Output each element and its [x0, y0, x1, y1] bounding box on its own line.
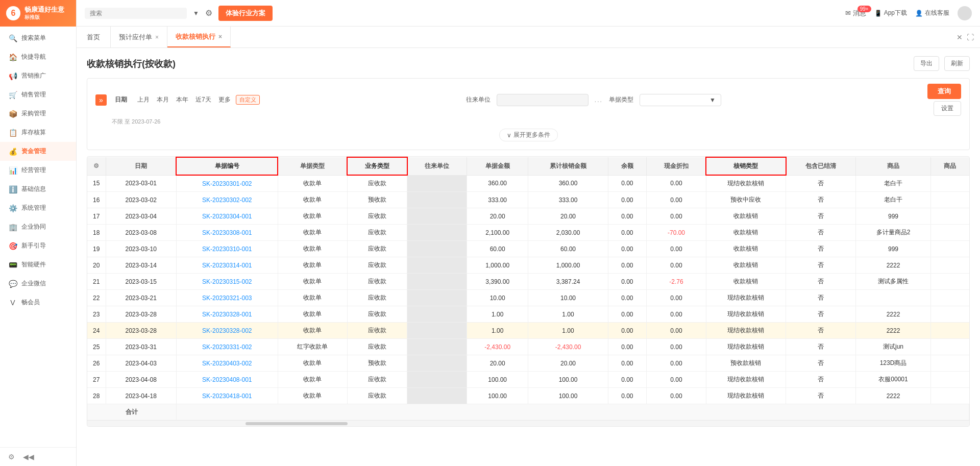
sidebar-item-label: 资金管理 — [21, 147, 46, 156]
gear-icon[interactable]: ⚙ — [93, 162, 99, 169]
cell-bill-no[interactable]: SK-20230308-001 — [176, 225, 278, 241]
cell-bill-no[interactable]: SK-20230315-002 — [176, 274, 278, 290]
this-month-btn[interactable]: 本月 — [155, 94, 171, 105]
bill-no-link[interactable]: SK-20230403-002 — [202, 360, 252, 367]
cell-no: 16 — [87, 192, 106, 208]
tab-close-prepay[interactable]: × — [155, 34, 159, 41]
sidebar-item-inventory[interactable]: 📋 库存核算 — [0, 123, 76, 142]
bill-no-link[interactable]: SK-20230418-001 — [202, 393, 252, 400]
sidebar-item-basic[interactable]: ℹ️ 基础信息 — [0, 180, 76, 199]
export-button[interactable]: 导出 — [914, 56, 939, 71]
sidebar-item-sales[interactable]: 🛒 销售管理 — [0, 85, 76, 104]
app-download-link[interactable]: 📱 App下载 — [874, 9, 907, 17]
user-avatar[interactable] — [958, 6, 972, 20]
cell-bill-no[interactable]: SK-20230310-001 — [176, 241, 278, 257]
settings-button[interactable]: 设置 — [934, 101, 961, 116]
sidebar-item-funds[interactable]: 💰 资金管理 — [0, 142, 76, 161]
industry-solution-button[interactable]: 体验行业方案 — [218, 6, 273, 21]
cell-bill-no[interactable]: SK-20230418-001 — [176, 388, 278, 404]
page-title: 收款核销执行(按收款) — [87, 58, 176, 70]
cell-verify-type: 预收款核销 — [706, 355, 786, 372]
footer-label: 合计 — [87, 404, 176, 421]
header-search-input[interactable] — [85, 8, 187, 19]
cell-date: 2023-04-08 — [106, 372, 176, 388]
last-month-btn[interactable]: 上月 — [135, 94, 152, 105]
this-year-btn[interactable]: 本年 — [174, 94, 190, 105]
sidebar-item-wechat[interactable]: 💬 企业微信 — [0, 274, 76, 293]
cell-bill-no[interactable]: SK-20230403-002 — [176, 355, 278, 372]
cell-biz-type: 预收款 — [347, 355, 407, 372]
cell-amount: 360.00 — [467, 175, 528, 192]
sidebar-bottom: ⚙ ◀◀ — [0, 447, 76, 466]
last-7days-btn[interactable]: 近7天 — [193, 94, 213, 105]
bill-no-link[interactable]: SK-20230310-001 — [202, 246, 252, 253]
tab-close-collection[interactable]: × — [218, 33, 222, 40]
expand-more-button[interactable]: ∨ 展开更多条件 — [499, 129, 558, 141]
voucher-type-select[interactable]: ▼ — [640, 94, 721, 106]
sidebar-item-corp[interactable]: 🏢 企业协同 — [0, 217, 76, 236]
cell-goods1: 2222 — [855, 388, 930, 404]
bill-no-link[interactable]: SK-20230301-002 — [202, 180, 252, 187]
query-button[interactable]: 查询 — [927, 84, 961, 99]
bill-no-link[interactable]: SK-20230315-002 — [202, 278, 252, 285]
custom-date-btn[interactable]: 自定义 — [236, 95, 260, 105]
bill-no-link[interactable]: SK-20230408-001 — [202, 376, 252, 383]
dropdown-icon[interactable]: ▼ — [193, 10, 199, 17]
close-window-icon[interactable]: ✕ — [957, 33, 963, 41]
sidebar-item-quicknav[interactable]: 🏠 快捷导航 — [0, 47, 76, 66]
tab-prepay[interactable]: 预计应付单 × — [111, 27, 167, 47]
scrollbar-thumb[interactable] — [246, 422, 348, 425]
bill-no-link[interactable]: SK-20230304-001 — [202, 213, 252, 220]
cell-bill-type: 收款单 — [278, 306, 347, 323]
cell-no: 15 — [87, 175, 106, 192]
cell-bill-type: 红字收款单 — [278, 339, 347, 355]
cell-bill-no[interactable]: SK-20230328-002 — [176, 323, 278, 339]
th-gear[interactable]: ⚙ — [87, 157, 106, 175]
cell-bill-no[interactable]: SK-20230321-003 — [176, 290, 278, 306]
bill-no-link[interactable]: SK-20230314-001 — [202, 262, 252, 269]
sidebar-item-guide[interactable]: 🎯 新手引导 — [0, 236, 76, 255]
settings-icon[interactable]: ⚙ — [8, 453, 15, 461]
bill-no-link[interactable]: SK-20230308-001 — [202, 229, 252, 236]
cell-no: 25 — [87, 339, 106, 355]
cell-bill-no[interactable]: SK-20230408-001 — [176, 372, 278, 388]
filter-toggle-button[interactable]: » — [95, 94, 107, 106]
sidebar-item-marketing[interactable]: 📢 营销推广 — [0, 66, 76, 85]
sidebar-item-system[interactable]: ⚙️ 系统管理 — [0, 199, 76, 217]
sidebar-item-search[interactable]: 🔍 搜索菜单 — [0, 29, 76, 47]
tab-home[interactable]: 首页 — [77, 27, 111, 47]
sidebar-item-hardware[interactable]: 📟 智能硬件 — [0, 255, 76, 274]
cell-bill-no[interactable]: SK-20230304-001 — [176, 208, 278, 225]
cell-bill-no[interactable]: SK-20230331-002 — [176, 339, 278, 355]
sidebar-item-purchase[interactable]: 📦 采购管理 — [0, 104, 76, 123]
refresh-button[interactable]: 刷新 — [944, 56, 970, 71]
sidebar-item-operation[interactable]: 📊 经营管理 — [0, 161, 76, 180]
bill-no-link[interactable]: SK-20230302-002 — [202, 197, 252, 204]
sidebar-nav: 🔍 搜索菜单 🏠 快捷导航 📢 营销推广 🛒 销售管理 📦 采购管理 📋 库存核… — [0, 27, 76, 447]
cell-bill-no[interactable]: SK-20230314-001 — [176, 257, 278, 274]
cell-bill-no[interactable]: SK-20230301-002 — [176, 175, 278, 192]
collapse-icon[interactable]: ◀◀ — [23, 453, 34, 461]
online-service-link[interactable]: 👤 在线客服 — [915, 9, 949, 17]
messages-area[interactable]: ✉ 消息 99+ — [845, 9, 866, 18]
counterpart-input[interactable] — [497, 94, 589, 106]
tab-collection[interactable]: 收款核销执行 × — [167, 27, 231, 47]
cell-goods2 — [931, 306, 969, 323]
th-cash-discount: 现金折扣 — [647, 157, 706, 175]
sidebar-item-vip[interactable]: V 畅会员 — [0, 293, 76, 312]
bill-no-link[interactable]: SK-20230321-003 — [202, 295, 252, 302]
scrollbar-area[interactable] — [87, 420, 969, 426]
header-gear-icon[interactable]: ⚙ — [205, 8, 212, 18]
cell-cash-discount: 0.00 — [647, 339, 706, 355]
cell-bill-no[interactable]: SK-20230328-001 — [176, 306, 278, 323]
cell-bill-no[interactable]: SK-20230302-002 — [176, 192, 278, 208]
maximize-icon[interactable]: ⛶ — [967, 33, 974, 41]
bill-no-link[interactable]: SK-20230328-001 — [202, 311, 252, 318]
cell-cash-discount: 0.00 — [647, 241, 706, 257]
th-goods2: 商品 — [931, 157, 969, 175]
more-dates-btn[interactable]: 更多 — [216, 94, 233, 105]
cell-bill-type: 收款单 — [278, 388, 347, 404]
cell-goods2 — [931, 323, 969, 339]
bill-no-link[interactable]: SK-20230328-002 — [202, 327, 252, 334]
bill-no-link[interactable]: SK-20230331-002 — [202, 344, 252, 351]
